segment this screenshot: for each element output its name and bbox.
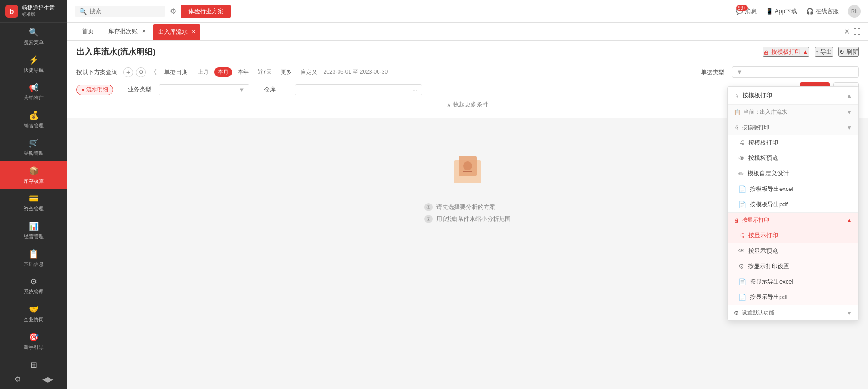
sidebar-item-corp[interactable]: 🤝 企业协同 [0,300,67,328]
step-2: ② 用[过滤]条件来缩小分析范围 [424,213,510,225]
tab-batch-close[interactable]: × [142,28,145,35]
sidebar-item-inventory[interactable]: 📦 库存核算 [0,161,67,189]
select-caret-icon: ▼ [239,86,244,93]
date-btn-more[interactable]: 更多 [277,67,295,77]
app-download-btn[interactable]: 📱 App下载 [766,7,797,15]
template-pdf-item[interactable]: 📄 按模板导出pdf [728,197,858,212]
search-icon: 🔍 [29,27,39,37]
printer-icon: 🖨 [738,139,745,146]
filter-actions: + ⚙ 《 [123,67,159,77]
sidebar-item-guide[interactable]: 🎯 新手引导 [0,328,67,355]
sidebar-item-appstore[interactable]: ⊞ 应用中心 [0,355,67,369]
handshake-icon: 🤝 [29,304,39,314]
more-icon: ··· [412,86,417,93]
export-btn[interactable]: ↑ 导出 [815,47,833,57]
dropdown-footer[interactable]: ⚙ 设置默认功能 ▼ [728,305,858,320]
refresh-icon: ↻ [839,49,844,55]
pdf-icon: 📄 [738,201,746,208]
tab-flow[interactable]: 出入库流水 × [153,24,201,40]
footer-caret: ▼ [847,310,852,316]
app-name: 畅捷通好生意 [22,5,55,12]
sidebar-item-nav[interactable]: ⚡ 快捷导航 [0,50,67,78]
phone-icon: 📱 [766,8,773,15]
dropdown-header-caret[interactable]: ▲ [846,92,852,99]
app-logo: b 畅捷通好生意 标准版 [0,0,67,23]
customer-service-label: 在线客服 [815,7,839,15]
date-btn-prev-month[interactable]: 上月 [194,67,212,77]
filter-setting-btn[interactable]: ⚙ [136,67,146,77]
megaphone-icon: 📢 [29,83,39,93]
industry-btn[interactable]: 体验行业方案 [181,5,231,18]
display-section-header[interactable]: 🖨 按显示打印 ▲ [728,213,858,228]
sidebar-item-label: 企业协同 [24,316,44,323]
customer-service-btn[interactable]: 🎧 在线客服 [806,7,839,15]
tab-flow-close[interactable]: × [192,29,195,35]
tab-batch[interactable]: 库存批次账 × [101,24,153,40]
template-section-header[interactable]: 🖨 按模板打印 ▼ [728,120,858,135]
date-btn-custom[interactable]: 自定义 [297,67,321,77]
print-template-btn[interactable]: 🖨 按模板打印 ▲ [763,47,809,57]
dropdown-panel: 🖨 按模板打印 ▲ 📋 当前：出入库流水 ▼ 🖨 按模板打印 [727,86,859,321]
sidebar-item-basic[interactable]: 📋 基础信息 [0,244,67,272]
filter-add-btn[interactable]: + [123,67,133,77]
display-excel-item[interactable]: 📄 按显示导出excel [728,274,858,289]
app-version: 标准版 [22,11,55,18]
appstore-icon: ⊞ [30,360,37,369]
sidebar-settings-btn[interactable]: ⚙ [15,375,21,384]
date-btn-this-month[interactable]: 本月 [214,67,232,77]
voucher-select[interactable]: ▼ [732,66,859,78]
template-preview-item[interactable]: 👁 按模板预览 [728,150,858,166]
topbar: 🔍 ⚙ 体验行业方案 💬 99+ 消息 📱 App下载 🎧 在线客服 [67,0,868,23]
warehouse-select[interactable]: ··· [295,84,422,95]
date-quickbtns: 上月 本月 本年 近7天 更多 自定义 [194,67,321,77]
topbar-search-box[interactable]: 🔍 [75,6,165,17]
search-input[interactable] [90,8,153,15]
template-print-item[interactable]: 🖨 按模板打印 [728,135,858,150]
pdf-icon: 📄 [738,294,746,301]
window-controls: ✕ ⛶ [844,27,861,36]
sidebar-item-marketing[interactable]: 📢 营销推广 [0,78,67,106]
display-pdf-item[interactable]: 📄 按显示导出pdf [728,289,858,305]
sidebar-item-system[interactable]: ⚙ 系统管理 [0,272,67,300]
template-print-section: 🖨 按模板打印 ▼ 🖨 按模板打印 👁 按模板预览 ✏ 模板自定义设计 [728,120,858,213]
biz-type-area: 业务类型 ▼ [128,84,249,95]
filter-collapse-btn[interactable]: 《 [149,67,159,77]
printer-icon: 🖨 [763,49,769,55]
display-settings-item[interactable]: ⚙ 按显示打印设置 [728,259,858,274]
select-caret-down: ▼ [737,69,743,75]
page-title: 出入库流水(流水明细) [76,46,155,57]
display-preview-item[interactable]: 👁 按显示预览 [728,243,858,259]
template-custom-item[interactable]: ✏ 模板自定义设计 [728,166,858,181]
date-label: 单据日期 [164,68,191,76]
date-btn-7days[interactable]: 近7天 [254,67,275,77]
sidebar-item-sales[interactable]: 💰 销售管理 [0,106,67,134]
sidebar-item-search[interactable]: 🔍 搜索菜单 [0,23,67,50]
template-excel-item[interactable]: 📄 按模板导出excel [728,181,858,197]
printer-icon: 🖨 [734,92,740,99]
date-btn-this-year[interactable]: 本年 [234,67,252,77]
settings-icon[interactable]: ⚙ [170,7,176,15]
tab-home[interactable]: 首页 [75,24,101,40]
sidebar-collapse-btn[interactable]: ◀▶ [42,375,53,384]
display-print-item[interactable]: 🖨 按显示打印 [728,228,858,243]
printer-icon: 🖨 [734,125,739,131]
user-menu[interactable]: Rit [848,5,861,18]
voucher-type-tag[interactable]: ● 流水明细 [76,85,113,95]
refresh-btn[interactable]: ↻ 刷新 [838,47,859,57]
template-section-caret: ▼ [847,125,852,131]
voucher-type-area: 单据类型 ▼ [701,66,859,78]
dropdown-current: 📋 当前：出入库流水 ▼ [728,105,858,120]
sidebar-item-label: 销售管理 [24,122,44,129]
sidebar-item-finance[interactable]: 💳 资金管理 [0,189,67,217]
biz-type-label: 业务类型 [128,85,155,94]
cart-icon: 🛒 [29,138,39,148]
sidebar-item-operations[interactable]: 📊 经营管理 [0,217,67,244]
window-maximize-btn[interactable]: ⛶ [853,28,861,36]
main-area: 🔍 ⚙ 体验行业方案 💬 99+ 消息 📱 App下载 🎧 在线客服 [67,0,868,389]
current-caret: ▼ [847,109,852,115]
window-close-btn[interactable]: ✕ [844,27,850,36]
sidebar-item-purchase[interactable]: 🛒 采购管理 [0,134,67,161]
biz-type-select[interactable]: ▼ [159,84,249,95]
edit-icon: ✏ [738,170,744,177]
messages-btn[interactable]: 💬 99+ 消息 [736,7,757,15]
